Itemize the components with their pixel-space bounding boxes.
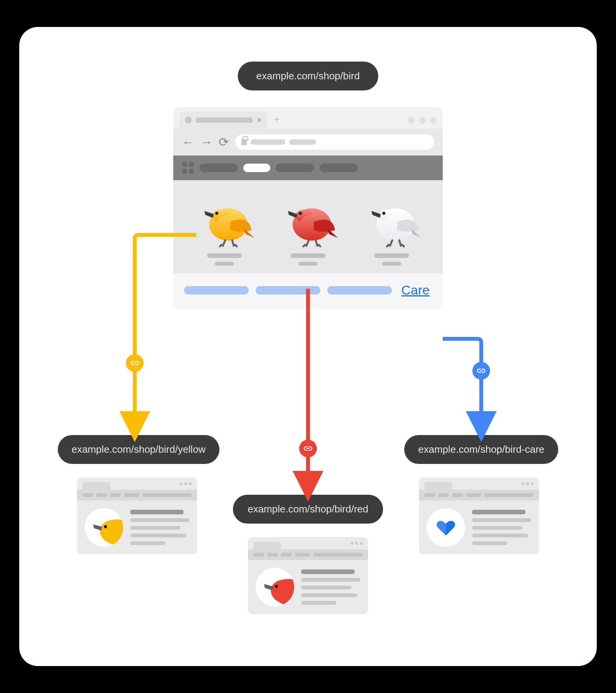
svg-point-1 <box>215 212 218 215</box>
product-price-placeholder <box>382 262 401 266</box>
product-price-placeholder <box>298 262 318 266</box>
lock-icon <box>241 139 247 145</box>
close-icon: × <box>257 115 262 125</box>
url-pill-main: example.com/shop/bird <box>238 62 378 90</box>
window-controls <box>408 117 437 124</box>
favicon-placeholder <box>185 117 192 124</box>
product-grid <box>173 180 443 273</box>
footer-links: Care <box>173 273 443 309</box>
url-pill-yellow: example.com/shop/bird/yellow <box>58 435 219 464</box>
link-icon-red <box>299 440 317 457</box>
url-segment <box>251 139 285 145</box>
new-tab-icon: + <box>273 113 280 126</box>
mini-browser-yellow <box>77 477 197 554</box>
url-pill-care: example.com/shop/bird-care <box>404 435 558 464</box>
diagram-canvas: example.com/shop/bird × + ← → ⟳ <box>19 27 597 666</box>
svg-point-7 <box>275 585 278 588</box>
tab-strip: × + <box>173 107 443 129</box>
browser-tab: × <box>179 112 267 129</box>
svg-point-3 <box>299 212 302 215</box>
site-nav <box>173 156 443 180</box>
avatar-red-bird <box>256 568 294 606</box>
url-segment <box>289 139 316 145</box>
footer-link-placeholder <box>327 286 392 295</box>
reload-icon: ⟳ <box>219 135 229 149</box>
bird-icon-red <box>277 192 339 249</box>
product-price-placeholder <box>215 262 234 266</box>
nav-bar: ← → ⟳ <box>173 129 443 156</box>
product-title-placeholder <box>291 253 325 258</box>
nav-item-active <box>243 164 270 172</box>
product-title-placeholder <box>207 253 242 258</box>
nav-item <box>199 164 238 172</box>
product-white-bird <box>361 192 422 266</box>
nav-item <box>320 164 358 172</box>
product-yellow-bird <box>194 192 255 266</box>
tab-title-placeholder <box>196 117 253 123</box>
mini-browser-care <box>419 477 539 554</box>
footer-link-placeholder <box>256 286 320 295</box>
forward-icon: → <box>200 135 213 149</box>
svg-point-6 <box>104 525 107 528</box>
product-red-bird <box>277 192 339 266</box>
back-icon: ← <box>182 135 194 149</box>
svg-point-5 <box>382 212 385 215</box>
mini-browser-red <box>248 537 368 614</box>
bird-icon-yellow <box>194 192 255 249</box>
bird-icon-white <box>361 192 422 249</box>
avatar-yellow-bird <box>85 508 123 547</box>
footer-link-placeholder <box>184 286 249 295</box>
avatar-heart <box>427 508 465 547</box>
url-pill-red: example.com/shop/bird/red <box>233 495 383 524</box>
link-icon-blue <box>472 362 490 380</box>
link-icon-yellow <box>126 354 144 372</box>
nav-item <box>276 164 314 172</box>
care-link[interactable]: Care <box>399 283 432 298</box>
logo-icon <box>182 162 194 174</box>
address-bar <box>235 134 434 150</box>
browser-main: × + ← → ⟳ <box>173 107 443 309</box>
product-title-placeholder <box>374 253 409 258</box>
